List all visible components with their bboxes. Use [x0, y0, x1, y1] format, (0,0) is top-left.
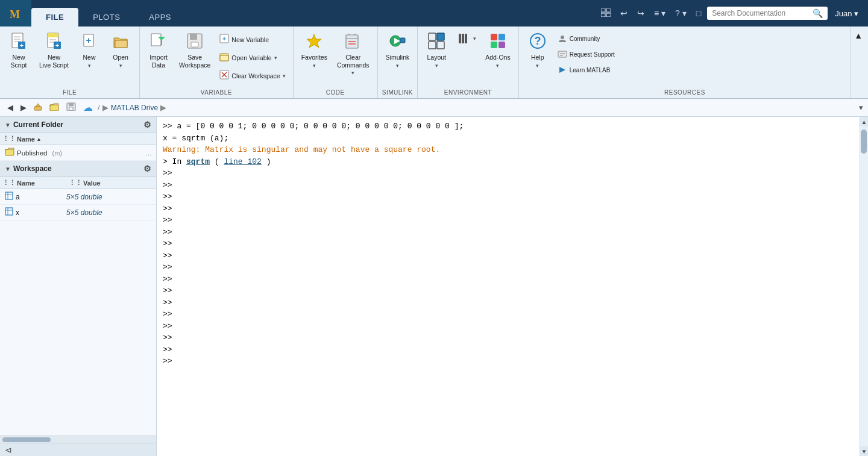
- new-button[interactable]: + New ▾: [74, 29, 104, 72]
- vscroll-thumb[interactable]: [861, 130, 867, 154]
- ribbon-collapse-btn[interactable]: ▲: [851, 29, 866, 42]
- v-scrollbar[interactable]: ▲ ▼: [860, 117, 868, 456]
- new-live-script-icon: +: [45, 32, 63, 52]
- import-data-button[interactable]: ImportData: [143, 29, 174, 72]
- folder-more-btn[interactable]: ...: [146, 149, 151, 157]
- svg-rect-2: [601, 8, 605, 12]
- new-variable-label: New Variable: [231, 36, 269, 43]
- up-btn[interactable]: [31, 101, 45, 114]
- cmd-empty-5: >>: [163, 214, 854, 226]
- addr-matlab-drive[interactable]: MATLAB Drive: [111, 104, 158, 112]
- new-icon: +: [80, 32, 98, 52]
- save-workspace-label: SaveWorkspace: [179, 54, 210, 69]
- clear-workspace-label: Clear Workspace: [231, 72, 280, 80]
- layout-icon-btn[interactable]: [597, 6, 614, 21]
- cmd-empty-2: >>: [163, 180, 854, 192]
- open-variable-button[interactable]: Open Variable ▾: [216, 49, 289, 66]
- open-dropdown-arrow: ▾: [119, 63, 122, 69]
- hscroll-thumb[interactable]: [2, 437, 51, 442]
- tab-plots[interactable]: PLOTS: [78, 8, 134, 27]
- sqrtm-link[interactable]: sqrtm: [186, 157, 210, 166]
- svg-rect-24: [190, 34, 197, 40]
- favorites-icon: [305, 32, 323, 52]
- history-btn[interactable]: ≡ ▾: [650, 6, 669, 20]
- undo-btn[interactable]: ↩: [617, 6, 631, 20]
- folder-item-published[interactable]: Published (m) ...: [0, 145, 156, 161]
- file-buttons: + NewScript + NewLive Script: [4, 29, 136, 88]
- open-variable-label: Open Variable: [231, 54, 271, 61]
- command-scroll[interactable]: >> a = [0 0 0 0 1; 0 0 0 0 0; 0 0 0 0 0;…: [157, 117, 860, 456]
- import-data-icon: [149, 32, 168, 52]
- addr-dropdown-btn[interactable]: ▾: [859, 103, 863, 112]
- new-label: New: [83, 54, 96, 61]
- svg-rect-42: [400, 38, 405, 43]
- community-btn[interactable]: Community: [554, 31, 618, 46]
- add-ons-button[interactable]: Add-Ons ▾: [481, 29, 514, 72]
- new-script-button[interactable]: + NewScript: [4, 29, 34, 72]
- ribbon-tabs: FILE PLOTS APPS: [31, 0, 186, 27]
- workspace-panel: ▼ Workspace ⚙ ⋮⋮ Name ⋮⋮ Value: [0, 161, 156, 436]
- cmd-empty-7: >>: [163, 238, 854, 250]
- addr-sep2: ▶: [102, 103, 108, 112]
- learn-matlab-btn[interactable]: Learn MATLAB: [554, 63, 618, 77]
- cmd-empty-4: >>: [163, 203, 854, 215]
- svg-text:M: M: [10, 8, 20, 20]
- search-doc-input[interactable]: [712, 9, 809, 17]
- svg-rect-53: [498, 42, 505, 48]
- new-script-label: NewScript: [11, 54, 27, 69]
- svg-point-56: [561, 36, 564, 39]
- ribbon-section-simulink: Simulink ▾ SIMULINK: [378, 27, 418, 98]
- svg-text:+: +: [86, 35, 92, 45]
- browse-btn[interactable]: [47, 101, 61, 114]
- ws-value-x: 5×5 double: [66, 208, 102, 217]
- collapse-icon[interactable]: ⊲: [5, 445, 12, 455]
- svg-rect-13: [48, 33, 58, 37]
- folder-icon: [5, 148, 14, 158]
- layout-button[interactable]: Layout ▾: [421, 29, 451, 72]
- ws-row-a[interactable]: a 5×5 double: [0, 189, 156, 205]
- add-ons-label: Add-Ons: [485, 54, 510, 61]
- column-icons-btn[interactable]: ▾: [455, 31, 480, 46]
- line102-link[interactable]: line 102: [224, 157, 261, 166]
- favorites-button[interactable]: Favorites ▾: [297, 29, 332, 72]
- forward-btn[interactable]: ▶: [18, 102, 29, 113]
- back-btn[interactable]: ◀: [5, 102, 16, 113]
- workspace-gear[interactable]: ⚙: [143, 164, 151, 173]
- help-dropdown-arrow: ▾: [536, 63, 539, 69]
- favorites-dropdown-arrow: ▾: [313, 63, 316, 69]
- new-variable-button[interactable]: + New Variable: [216, 31, 289, 48]
- matlab-logo[interactable]: M: [0, 0, 31, 27]
- open-variable-icon: [219, 52, 229, 64]
- redo-btn[interactable]: ↪: [634, 6, 648, 20]
- tab-home[interactable]: FILE: [31, 8, 78, 27]
- simulink-button[interactable]: Simulink ▾: [382, 29, 414, 72]
- help-button[interactable]: ? Help ▾: [523, 29, 553, 72]
- clear-workspace-button[interactable]: Clear Workspace ▾: [216, 67, 289, 84]
- svg-rect-51: [498, 34, 505, 40]
- ws-name-x: x: [16, 208, 64, 217]
- search-documentation[interactable]: 🔍: [707, 7, 828, 20]
- save-path-btn[interactable]: [64, 101, 78, 114]
- vscroll-up-btn[interactable]: ▲: [860, 117, 868, 126]
- open-button[interactable]: Open ▾: [105, 29, 136, 72]
- current-folder-gear[interactable]: ⚙: [143, 120, 151, 130]
- ws-icon-x: [5, 207, 13, 217]
- cmd-line-2: x = sqrtm (a);: [163, 133, 854, 145]
- tab-apps[interactable]: APPS: [134, 8, 186, 27]
- cmd-info-line: > In sqrtm ( line 102 ): [163, 156, 854, 168]
- request-support-btn[interactable]: Request Support: [554, 47, 618, 61]
- new-live-script-button[interactable]: + NewLive Script: [35, 29, 73, 72]
- svg-rect-45: [429, 42, 436, 49]
- user-menu[interactable]: Juan ▾: [830, 7, 863, 20]
- h-scrollbar[interactable]: [0, 436, 156, 443]
- ws-row-x[interactable]: x 5×5 double: [0, 205, 156, 220]
- help-btn[interactable]: ? ▾: [671, 6, 690, 20]
- save-workspace-button[interactable]: SaveWorkspace: [175, 29, 215, 72]
- clear-commands-button[interactable]: ClearCommands ▾: [333, 29, 374, 79]
- help-icon: ?: [529, 32, 547, 52]
- folder-col-headers: ⋮⋮ Name ▲: [0, 133, 156, 145]
- addr-sep1: /: [98, 103, 100, 112]
- svg-rect-20: [151, 34, 161, 46]
- settings-btn[interactable]: □: [693, 6, 705, 20]
- vscroll-down-btn[interactable]: ▼: [860, 446, 868, 456]
